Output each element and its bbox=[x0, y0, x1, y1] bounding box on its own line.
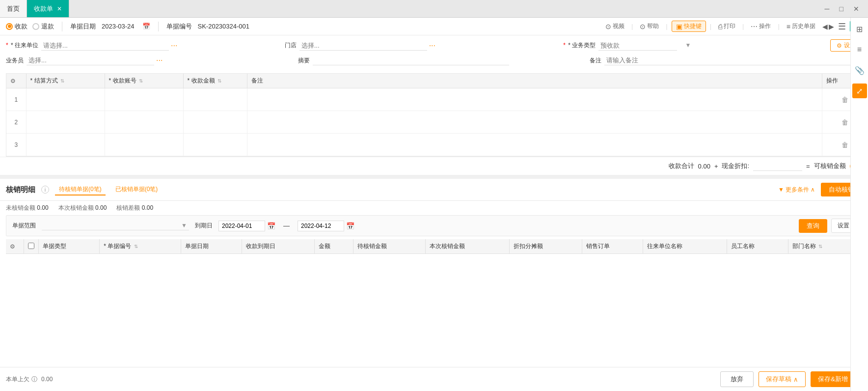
bth-pending: 待核销金额 bbox=[353, 239, 426, 254]
salesperson-input[interactable] bbox=[27, 56, 154, 65]
cell-account-3[interactable] bbox=[105, 134, 183, 156]
tab-receipt-label: 收款单 bbox=[34, 4, 53, 13]
save-draft-arrow[interactable]: ∧ bbox=[793, 376, 798, 383]
next-arrow[interactable]: ▶ bbox=[829, 23, 834, 30]
select-all-checkbox[interactable] bbox=[28, 243, 34, 249]
radio-refund[interactable]: 退款 bbox=[32, 22, 54, 31]
date-from-calendar-icon[interactable]: 📅 bbox=[267, 222, 275, 230]
history-btn[interactable]: ≡ 历史单据 bbox=[784, 21, 818, 31]
bth-gear: ⚙ bbox=[6, 239, 24, 254]
range-label: 单据范围 bbox=[12, 222, 36, 230]
sidebar-list-btn[interactable]: ≡ bbox=[852, 42, 867, 57]
sidebar-expand-btn[interactable]: ⤢ bbox=[852, 84, 867, 98]
cell-settlement-3[interactable] bbox=[26, 134, 105, 156]
radio-receipt[interactable]: 收款 bbox=[6, 22, 27, 31]
range-select[interactable]: ▼ bbox=[42, 221, 189, 230]
maximize-button[interactable]: □ bbox=[837, 4, 846, 14]
tab-close-icon[interactable]: ✕ bbox=[57, 5, 62, 12]
operation-icon: ⋯ bbox=[751, 23, 758, 30]
remark-label: 备注 bbox=[590, 56, 601, 65]
verify-tab-pending[interactable]: 待核销单据(0笔) bbox=[55, 184, 106, 196]
cell-amount-1[interactable] bbox=[183, 88, 247, 111]
cell-amount-3[interactable] bbox=[183, 134, 247, 156]
salesperson-more-btn[interactable]: ··· bbox=[156, 56, 163, 65]
counterpart-input[interactable] bbox=[41, 41, 169, 51]
save-draft-button[interactable]: 保存草稿 ∧ bbox=[759, 371, 806, 387]
range-arrow[interactable]: ▼ bbox=[181, 222, 187, 229]
cell-remark-2[interactable] bbox=[247, 111, 822, 134]
discount-label: 现金折扣: bbox=[722, 162, 749, 170]
remark-field: 备注 bbox=[590, 56, 862, 65]
counterpart-more-btn[interactable]: ··· bbox=[171, 41, 177, 50]
footer-left: 本单上欠 ⓘ 0.00 bbox=[6, 375, 53, 384]
discount-input[interactable] bbox=[753, 161, 802, 171]
date-to-calendar-icon[interactable]: 📅 bbox=[346, 222, 354, 230]
more-conditions-btn[interactable]: ▼ 更多条件 ∧ bbox=[778, 186, 815, 194]
help-label: 帮助 bbox=[647, 22, 659, 30]
tab-receipt[interactable]: 收款单 ✕ bbox=[27, 0, 69, 17]
th-remark: 备注 bbox=[247, 74, 822, 88]
minimize-button[interactable]: ─ bbox=[822, 4, 833, 14]
summary-input[interactable] bbox=[313, 56, 509, 65]
cell-remark-1[interactable] bbox=[247, 88, 822, 111]
business-type-input[interactable] bbox=[598, 41, 685, 50]
sort-account-icon: ⇅ bbox=[139, 78, 143, 84]
print-btn[interactable]: ⎙ 打印 bbox=[715, 21, 738, 31]
toolbar-right: ⊙ 视频 | ⊙ 帮助 | ▣ 快捷键 | ⎙ 打印 | ⋯ 操作 | bbox=[602, 21, 862, 32]
form-area: * * 往来单位 ··· 门店 ··· * * 业务类型 bbox=[0, 35, 868, 73]
cell-amount-2[interactable] bbox=[183, 111, 247, 134]
layout-list-icon[interactable]: ☰ bbox=[838, 21, 846, 32]
date-from-input[interactable] bbox=[218, 221, 265, 231]
table-gear-icon[interactable]: ⚙ bbox=[10, 78, 16, 84]
chevron-up-icon: ∧ bbox=[811, 186, 815, 193]
business-type-select[interactable]: ▼ bbox=[598, 41, 677, 51]
shortcut-btn[interactable]: ▣ 快捷键 bbox=[672, 21, 706, 32]
close-button[interactable]: ✕ bbox=[850, 4, 862, 14]
cell-settlement-2[interactable] bbox=[26, 111, 105, 134]
counterpart-field: * * 往来单位 ··· bbox=[6, 41, 265, 51]
operation-btn[interactable]: ⋯ 操作 bbox=[748, 21, 774, 31]
date-icon[interactable]: 📅 bbox=[142, 23, 150, 30]
cell-account-1[interactable] bbox=[105, 88, 183, 111]
business-type-arrow[interactable]: ▼ bbox=[685, 42, 691, 49]
store-input[interactable] bbox=[299, 41, 427, 51]
cell-remark-3[interactable] bbox=[247, 134, 822, 156]
remark-input[interactable] bbox=[604, 56, 862, 65]
table-footer: 收款合计 0.00 + 现金折扣: = 可核销金额 0.00 bbox=[0, 157, 868, 175]
divider1 bbox=[62, 22, 62, 31]
sidebar-clip-btn[interactable]: 📎 bbox=[852, 63, 867, 78]
date-to-input[interactable] bbox=[298, 221, 344, 231]
nav-arrows: ◀ ▶ bbox=[822, 23, 834, 30]
verify-info-icon[interactable]: i bbox=[41, 186, 49, 194]
sidebar-table-btn[interactable]: ⊞ bbox=[852, 22, 867, 36]
tab-home[interactable]: 首页 bbox=[0, 0, 27, 17]
verify-tab-done[interactable]: 已核销单据(0笔) bbox=[111, 184, 162, 196]
bth-counterpart: 往来单位名称 bbox=[643, 239, 727, 254]
help-btn[interactable]: ⊙ 帮助 bbox=[637, 21, 662, 31]
bth-amount: 金额 bbox=[315, 239, 353, 254]
delete-icon-3[interactable]: 🗑 bbox=[841, 141, 848, 149]
abandon-button[interactable]: 放弃 bbox=[720, 371, 754, 387]
operation-label: 操作 bbox=[759, 22, 771, 30]
cell-account-2[interactable] bbox=[105, 111, 183, 134]
form-row-1: * * 往来单位 ··· 门店 ··· * * 业务类型 bbox=[6, 39, 862, 52]
filter-icon: ▼ bbox=[778, 186, 784, 193]
balance-info-icon[interactable]: ⓘ bbox=[31, 375, 37, 384]
right-sidebar: ⊞ ≡ 📎 ⤢ bbox=[850, 18, 868, 391]
video-btn[interactable]: ⊙ 视频 bbox=[602, 21, 627, 31]
bottom-table-gear-icon[interactable]: ⚙ bbox=[10, 243, 15, 250]
bottom-table: ⚙ 单据类型 * 单据编号 ⇅ 单据日期 bbox=[6, 239, 862, 254]
table-row: 2 🗑 ⊕ bbox=[6, 111, 862, 134]
bth-this-amount: 本次核销金额 bbox=[426, 239, 510, 254]
delete-icon-1[interactable]: 🗑 bbox=[841, 96, 848, 104]
bottom-table-wrap: ⚙ 单据类型 * 单据编号 ⇅ 单据日期 bbox=[6, 239, 862, 367]
delete-icon-2[interactable]: 🗑 bbox=[841, 118, 848, 126]
date-to-field: 📅 bbox=[298, 221, 354, 231]
query-button[interactable]: 查询 bbox=[799, 219, 827, 233]
receivable-label: 可核销金额 bbox=[814, 162, 846, 170]
page-footer: 本单上欠 ⓘ 0.00 放弃 保存草稿 ∧ 保存&新增 ∧ bbox=[0, 367, 868, 391]
cell-settlement-1[interactable] bbox=[26, 88, 105, 111]
summary-label: 摘要 bbox=[298, 56, 310, 65]
store-more-btn[interactable]: ··· bbox=[429, 41, 435, 50]
prev-arrow[interactable]: ◀ bbox=[822, 23, 828, 30]
